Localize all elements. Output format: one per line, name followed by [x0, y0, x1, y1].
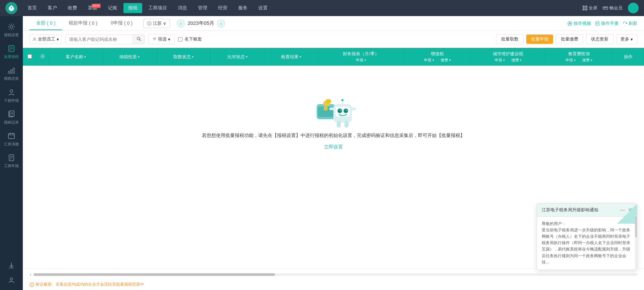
- horizontal-scrollbar[interactable]: [34, 273, 637, 276]
- search-input[interactable]: [66, 35, 133, 44]
- notification-close-button[interactable]: ✕: [628, 207, 632, 213]
- fullscreen-button[interactable]: 全屏: [583, 5, 597, 11]
- nav-message[interactable]: 消息: [173, 3, 192, 13]
- th-fetch-status: 取数状态▾: [157, 48, 211, 66]
- vip-button[interactable]: 畅会员: [603, 5, 623, 11]
- next-month-button[interactable]: ›: [217, 19, 225, 27]
- sidebar-item-tax-settings[interactable]: 报税设置: [0, 19, 23, 41]
- svg-marker-34: [626, 22, 627, 24]
- sidebar-item-annual-report[interactable]: 工商年报: [0, 150, 23, 171]
- bottom-warning: 验证账密、采集信息均成功的企业才会流转至批量报税页面中: [23, 280, 644, 290]
- tax-settings-icon: [7, 22, 16, 31]
- search-button[interactable]: [133, 35, 145, 44]
- nav-settings[interactable]: 设置: [254, 3, 272, 13]
- employee-filter-label: 全部员工: [38, 36, 55, 42]
- svg-point-58: [340, 110, 341, 111]
- month-display: 2023年05月: [187, 20, 214, 26]
- tab-zero-declare[interactable]: 0申报(0): [104, 17, 139, 30]
- svg-rect-31: [596, 21, 599, 25]
- nav-accounting[interactable]: 记账: [103, 3, 122, 13]
- month-selector: ‹ 2023年05月 ›: [177, 19, 225, 27]
- th-education-tax: 教育费附加 申报▾ 缴费▾: [545, 48, 612, 66]
- sidebar-item-tax-records[interactable]: 报税记录: [0, 106, 23, 128]
- nav-invoice[interactable]: 票据 NEW: [83, 3, 102, 13]
- nav-tax[interactable]: 报税: [123, 3, 142, 13]
- nav-home[interactable]: 首页: [23, 3, 42, 13]
- employee-filter[interactable]: 全部员工 ▾: [30, 34, 62, 44]
- svg-point-59: [346, 110, 347, 111]
- th-financial-report: 财务报表（月/季） 申报▾: [318, 48, 404, 66]
- svg-rect-60: [329, 107, 335, 110]
- svg-rect-63: [344, 121, 348, 128]
- refresh-link[interactable]: 刷新: [623, 20, 637, 26]
- top-nav-right: 全屏 畅会员: [583, 3, 639, 13]
- svg-point-36: [137, 37, 140, 40]
- sidebar-item-batch-tax[interactable]: 批量报税: [0, 41, 23, 62]
- batch-pay-button[interactable]: 批量缴费: [556, 34, 583, 44]
- th-urban-tax: 城市维护建设税 申报▾ 缴费▾: [471, 48, 545, 66]
- user-avatar[interactable]: [628, 3, 639, 13]
- prev-month-button[interactable]: ‹: [177, 19, 185, 27]
- select-all-checkbox[interactable]: [28, 54, 32, 59]
- account-checkbox[interactable]: [178, 37, 182, 42]
- region-label: 江苏: [153, 20, 162, 26]
- batch-fetch-button[interactable]: 批量取数: [496, 34, 524, 44]
- top-navigation: 首页 客户 收费 票据 NEW 记账 报税 工商项目 消息 管理 经营 服务 设…: [0, 0, 644, 16]
- svg-rect-18: [8, 134, 14, 139]
- tab-all[interactable]: 全部(0): [30, 17, 62, 30]
- nav-manage[interactable]: 管理: [193, 3, 212, 13]
- empty-main-text: 若您想使用批量报税功能，请先在【报税设置】中进行报税的初始化设置，完成密码验证和…: [202, 133, 465, 139]
- svg-rect-11: [11, 70, 12, 73]
- notification-header: 江苏电子税务局升级影响通知 — ✕: [537, 204, 637, 217]
- svg-rect-2: [583, 9, 584, 10]
- th-compare-status: 比对状态▾: [210, 48, 264, 66]
- svg-point-13: [10, 90, 13, 92]
- search-box: [65, 34, 145, 44]
- filter-button[interactable]: 筛选 ▾: [148, 34, 175, 44]
- nav-billing[interactable]: 收费: [63, 3, 82, 13]
- sidebar-item-personal-tax[interactable]: 个税申报: [0, 84, 23, 106]
- notification-panel: 江苏电子税务局升级影响通知 — ✕ 尊敬的用户： 受当前电子税务局进一步升级的影…: [537, 203, 637, 270]
- setup-link[interactable]: 立即设置: [324, 144, 343, 150]
- annual-settlement-icon: [7, 131, 16, 141]
- warning-text: 验证账密、采集信息均成功的企业才会流转至批量报税页面中: [36, 282, 144, 287]
- nav-business[interactable]: 工商项目: [144, 3, 172, 13]
- app-logo: [5, 2, 17, 14]
- tax-overview-icon: [7, 66, 16, 75]
- svg-point-45: [325, 107, 327, 110]
- bottom-scrollbar: ‹: [23, 268, 644, 280]
- batch-declare-button[interactable]: 批量申报: [526, 34, 553, 44]
- nav-operation[interactable]: 经营: [213, 3, 232, 13]
- th-checkbox[interactable]: [23, 48, 37, 66]
- sidebar-label-tax-settings: 报税设置: [4, 33, 19, 37]
- sidebar-label-personal-tax: 个税申报: [4, 98, 19, 103]
- operation-manual-link[interactable]: 操作手册: [595, 20, 619, 26]
- empty-state: 若您想使用批量报税功能，请先在【报税设置】中进行报税的初始化设置，完成密码验证和…: [23, 66, 644, 170]
- sidebar-label-annual-settlement: 汇算清缴: [4, 142, 19, 146]
- sidebar-item-tax-overview[interactable]: 报税总览: [0, 62, 23, 84]
- svg-point-65: [341, 99, 343, 101]
- nav-service[interactable]: 服务: [233, 3, 252, 13]
- scroll-left-icon[interactable]: ‹: [30, 271, 32, 278]
- sidebar-item-annual-settlement[interactable]: 汇算清缴: [0, 128, 23, 150]
- fullscreen-label: 全屏: [589, 5, 597, 11]
- th-gear[interactable]: [37, 48, 49, 66]
- status-update-button[interactable]: 状态更新: [586, 34, 613, 44]
- profile-icon[interactable]: [5, 274, 17, 286]
- toolbar-right: 批量取数 批量申报 批量缴费 状态更新 更多 ▾: [496, 34, 637, 44]
- tab-tax-declare[interactable]: 税款申报(0): [62, 17, 104, 30]
- notif-scroll-thumb: [635, 216, 637, 238]
- more-button[interactable]: 更多 ▾: [616, 34, 637, 44]
- svg-rect-61: [351, 107, 356, 110]
- sidebar-label-batch-tax: 批量报税: [4, 55, 19, 59]
- operation-video-link[interactable]: 操作视频: [568, 20, 591, 26]
- th-vat: 增值税 申报▾ 缴费▾: [404, 48, 471, 66]
- notif-scrollbar[interactable]: [635, 216, 637, 270]
- notification-collapse-button[interactable]: —: [620, 207, 625, 213]
- svg-marker-30: [569, 22, 571, 24]
- account-checkbox-label[interactable]: 名下账套: [178, 36, 202, 42]
- download-icon[interactable]: [5, 259, 17, 271]
- region-selector[interactable]: 江苏 ∨: [143, 19, 170, 28]
- nav-customer[interactable]: 客户: [43, 3, 62, 13]
- th-check-result: 检查结果▾: [264, 48, 318, 66]
